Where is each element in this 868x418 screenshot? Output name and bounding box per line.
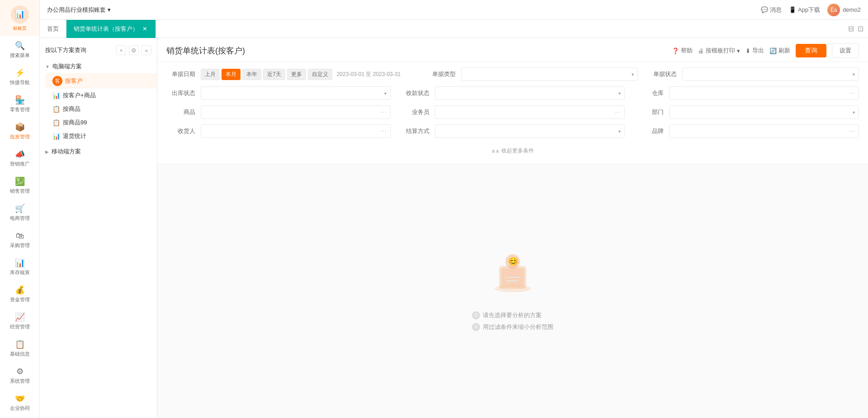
- scheme-tree: ▼ 电脑端方案 客 按客户 📊 按客户+商品 📋 按商品: [40, 58, 157, 160]
- recipient-input[interactable]: ···: [201, 124, 391, 138]
- desktop-scheme-children: 客 按客户 📊 按客户+商品 📋 按商品 📋 按商品99: [40, 73, 157, 143]
- refresh-icon: 🔄: [769, 48, 777, 54]
- filter-row-4: 收货人 ··· 结算方式 ▾ 品牌 ···: [166, 124, 859, 138]
- svg-text:📊: 📊: [15, 9, 25, 19]
- sidebar-item-retail[interactable]: 🏪 零售管理: [0, 90, 39, 118]
- brand-input[interactable]: ···: [669, 124, 859, 138]
- mobile-scheme-parent[interactable]: ▶ 移动端方案: [40, 145, 157, 158]
- svg-text:😊: 😊: [508, 256, 519, 266]
- sidebar-item-label: 营销推广: [10, 161, 30, 167]
- scheme-return-stats-label: 退货统计: [63, 132, 86, 140]
- page-title: 销货单统计表(按客户): [166, 45, 245, 56]
- download-icon: 📱: [789, 6, 796, 13]
- sidebar-item-sales[interactable]: 💹 销售管理: [0, 172, 39, 199]
- tab-bar: 首页 销货单统计表（按客户） ✕ ⊟ ⊡: [40, 20, 868, 38]
- sidebar-item-label: 快捷导航: [10, 79, 30, 86]
- date-btn-last-7[interactable]: 近7天: [263, 69, 285, 80]
- logo-text: 标账页: [13, 25, 27, 32]
- staff-input[interactable]: ···: [435, 105, 625, 119]
- account-title: 办公用品行业模拟账套: [47, 6, 106, 14]
- hint-text-2: 用过滤条件来缩小分析范围: [483, 323, 553, 331]
- desktop-scheme-label: 电脑端方案: [52, 62, 82, 71]
- date-btn-custom[interactable]: 自定义: [308, 69, 332, 80]
- panel-collapse-button[interactable]: «: [142, 45, 151, 55]
- sidebar-item-label: 经营管理: [10, 323, 30, 330]
- payment-status-label: 收款状态: [401, 89, 429, 97]
- app-download-label: App下载: [798, 6, 820, 14]
- help-label: 帮助: [681, 47, 693, 55]
- sidebar-item-basic[interactable]: 📋 基础信息: [0, 335, 39, 362]
- settings-button[interactable]: 设置: [832, 43, 859, 58]
- sidebar-item-label: 批发管理: [10, 133, 30, 140]
- date-btn-last-month[interactable]: 上月: [201, 69, 220, 80]
- empty-state: 😊 ① 请先选择要分析的方案 ② 用过滤条件来缩小分析范围: [157, 164, 868, 418]
- staff-dots-icon: ···: [615, 108, 621, 116]
- left-panel: 按以下方案查询 + ⚙ « ▼ 电脑端方案 客 按客户: [40, 38, 157, 418]
- settle-select[interactable]: ▾: [435, 124, 625, 138]
- sidebar-item-ecommerce[interactable]: 🛒 电商管理: [0, 199, 39, 226]
- query-button[interactable]: 查询: [796, 44, 826, 57]
- print-icon: 🖨: [698, 48, 704, 54]
- recipient-dots-icon: ···: [381, 127, 387, 135]
- goods-input[interactable]: ···: [201, 105, 391, 119]
- dept-select[interactable]: ▾: [669, 105, 859, 119]
- help-icon: ❓: [672, 48, 679, 54]
- window-minimize-icon[interactable]: ⊟: [848, 24, 854, 33]
- sidebar-item-wholesale[interactable]: 📦 批发管理: [0, 118, 39, 145]
- payment-status-chevron-icon: ▾: [618, 91, 621, 96]
- tab-close-button[interactable]: ✕: [141, 25, 148, 33]
- help-button[interactable]: ❓ 帮助: [672, 47, 693, 55]
- basic-icon: 📋: [15, 339, 25, 349]
- sidebar-item-finance[interactable]: 💰 资金管理: [0, 280, 39, 308]
- account-dropdown[interactable]: 办公用品行业模拟账套 ▾: [47, 6, 111, 14]
- print-label: 按模板打印: [706, 47, 735, 55]
- sidebar-item-operations[interactable]: 📈 经营管理: [0, 308, 39, 335]
- sidebar-item-label: 搜索菜单: [10, 52, 30, 59]
- payment-status-select[interactable]: ▾: [435, 86, 625, 100]
- add-scheme-button[interactable]: +: [116, 45, 126, 55]
- tab-sales-stats[interactable]: 销货单统计表（按客户） ✕: [66, 20, 156, 38]
- sidebar-item-shortcuts[interactable]: ⚡ 快捷导航: [0, 63, 39, 90]
- sidebar-item-guide[interactable]: 🎯 新手引导: [0, 416, 39, 418]
- date-btn-this-year[interactable]: 本年: [242, 69, 261, 80]
- marketing-icon: 📣: [15, 149, 25, 159]
- brand-label: 品牌: [635, 127, 664, 135]
- tab-home[interactable]: 首页: [40, 20, 66, 38]
- sidebar-item-cooperation[interactable]: 🤝 企业协同: [0, 389, 39, 416]
- message-button[interactable]: 💬 消息: [761, 6, 782, 14]
- order-status-select[interactable]: ▾: [682, 67, 859, 81]
- out-status-select[interactable]: ▾: [201, 86, 391, 100]
- user-avatar-button[interactable]: Ea demo2: [827, 4, 861, 16]
- sidebar-item-marketing[interactable]: 📣 营销推广: [0, 145, 39, 172]
- scheme-return-stats[interactable]: 📊 退货统计: [45, 129, 157, 143]
- order-type-select[interactable]: ▾: [461, 67, 638, 81]
- scheme-by-customer[interactable]: 客 按客户: [45, 73, 157, 89]
- search-icon: 🔍: [15, 41, 25, 51]
- settle-chevron-icon: ▾: [618, 129, 621, 134]
- warehouse-input[interactable]: ···: [669, 86, 859, 100]
- scheme-settings-button[interactable]: ⚙: [129, 45, 139, 55]
- tab-expand-area: ⊟ ⊡: [844, 24, 868, 33]
- collapse-up-icon: ∧∧: [491, 148, 500, 154]
- print-button[interactable]: 🖨 按模板打印 ▾: [698, 47, 740, 55]
- sidebar-item-system[interactable]: ⚙ 系统管理: [0, 362, 39, 389]
- sidebar-item-procurement[interactable]: 🛍 采购管理: [0, 226, 39, 253]
- export-button[interactable]: ⬇ 导出: [745, 47, 764, 55]
- header-left: 办公用品行业模拟账套 ▾: [47, 6, 111, 14]
- date-btn-more[interactable]: 更多: [287, 69, 306, 80]
- desktop-scheme-parent[interactable]: ▼ 电脑端方案: [40, 60, 157, 73]
- sidebar-item-search[interactable]: 🔍 搜索菜单: [0, 36, 39, 63]
- order-status-chevron-icon: ▾: [853, 72, 855, 77]
- sidebar-item-inventory[interactable]: 📊 库存核算: [0, 253, 39, 280]
- out-status-chevron-icon: ▾: [384, 91, 387, 96]
- empty-hint-1: ① 请先选择要分析的方案: [472, 311, 553, 319]
- window-maximize-icon[interactable]: ⊡: [858, 24, 863, 33]
- date-btn-this-month[interactable]: 本月: [222, 69, 241, 80]
- scheme-by-goods[interactable]: 📋 按商品: [45, 102, 157, 116]
- scheme-by-customer-goods[interactable]: 📊 按客户+商品: [45, 89, 157, 102]
- app-download-button[interactable]: 📱 App下载: [789, 6, 820, 14]
- collapse-bar[interactable]: ∧∧ 收起更多条件: [166, 143, 859, 158]
- refresh-button[interactable]: 🔄 刷新: [769, 47, 790, 55]
- goods-99-icon: 📋: [52, 119, 60, 126]
- scheme-by-goods-99[interactable]: 📋 按商品99: [45, 116, 157, 129]
